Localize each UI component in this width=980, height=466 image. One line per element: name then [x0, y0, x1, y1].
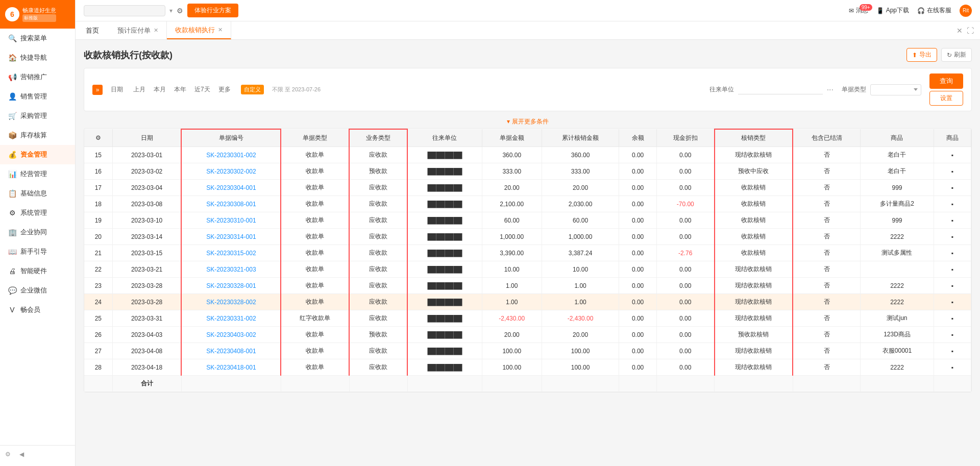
sidebar-item-sales[interactable]: 👤销售管理	[0, 87, 75, 106]
bill-no-link[interactable]: SK-20230328-002	[206, 299, 256, 306]
col-header-product: 商品	[861, 129, 934, 147]
cell-bill_no[interactable]: SK-20230331-002	[181, 310, 281, 327]
cell-bill_no[interactable]: SK-20230403-002	[181, 327, 281, 343]
online-service-button[interactable]: 🎧 在线客服	[917, 6, 951, 15]
bill-no-link[interactable]: SK-20230310-001	[206, 217, 256, 224]
sidebar-item-purchase[interactable]: 🛒采购管理	[0, 106, 75, 126]
date-custom-button[interactable]: 自定义	[241, 85, 264, 94]
app-download-button[interactable]: 📱 App下载	[876, 6, 909, 15]
refresh-button[interactable]: ↻ 刷新	[941, 48, 972, 62]
cell-bill_no[interactable]: SK-20230314-001	[181, 229, 281, 245]
cell-unit: ████████	[407, 147, 482, 163]
cell-product: 衣服00001	[861, 343, 934, 359]
bill-no-link[interactable]: SK-20230314-001	[206, 233, 256, 240]
bill-no-link[interactable]: SK-20230331-002	[206, 315, 256, 322]
sidebar-item-search-menu[interactable]: 🔍搜索菜单	[0, 29, 75, 48]
cell-balance: 0.00	[619, 261, 656, 278]
data-table-container: ⚙日期单据编号单据类型业务类型往来单位单据金额累计核销金额余额现金折扣核销类型包…	[84, 128, 972, 393]
bill-no-link[interactable]: SK-20230321-003	[206, 266, 256, 273]
query-button[interactable]: 查询	[929, 73, 963, 89]
tab-collection[interactable]: 收款核销执行✕	[167, 21, 231, 39]
table-scroll[interactable]: ⚙日期单据编号单据类型业务类型往来单位单据金额累计核销金额余额现金折扣核销类型包…	[84, 129, 971, 392]
sidebar-item-marketing[interactable]: 📢营销推广	[0, 67, 75, 87]
message-icon: ✉	[849, 7, 854, 14]
cell-bill_no[interactable]: SK-20230301-002	[181, 147, 281, 163]
bill-no-link[interactable]: SK-20230408-001	[206, 348, 256, 355]
col-header-bill_type: 单据类型	[281, 129, 349, 147]
bill-no-link[interactable]: SK-20230418-001	[206, 364, 256, 371]
app-download-label: App下载	[886, 6, 909, 15]
sidebar-item-system[interactable]: ⚙系统管理	[0, 203, 75, 223]
sidebar-label-hardware: 智能硬件	[20, 266, 47, 276]
chevron-down-icon[interactable]: ▾	[169, 7, 173, 14]
sidebar-icon-operation: 📊	[8, 170, 16, 178]
cell-product: 999	[861, 212, 934, 229]
sidebar-collapse-icon[interactable]: ◀	[19, 451, 30, 461]
bill-no-link[interactable]: SK-20230308-001	[206, 201, 256, 208]
sidebar-item-operation[interactable]: 📊经营管理	[0, 164, 75, 184]
sidebar-icon-wechat: 💬	[8, 286, 16, 295]
date-option-本年[interactable]: 本年	[172, 84, 188, 95]
cell-bill_no[interactable]: SK-20230315-002	[181, 245, 281, 261]
cell-product	[861, 261, 934, 278]
cell-bill_no[interactable]: SK-20230310-001	[181, 212, 281, 229]
sidebar-item-member[interactable]: V畅会员	[0, 300, 75, 320]
fullscreen-icon[interactable]: ⛶	[967, 27, 974, 35]
cell-cancel_type: 现结收款核销	[715, 343, 793, 359]
expand-more-row[interactable]: ▾ 展开更多条件	[84, 115, 972, 128]
bill-no-link[interactable]: SK-20230302-002	[206, 168, 256, 175]
cell-bill_no[interactable]: SK-20230408-001	[181, 343, 281, 359]
cell-balance: 0.00	[619, 180, 656, 196]
sidebar-settings-icon[interactable]: ⚙	[5, 451, 15, 461]
filter-settings-button[interactable]: 设置	[929, 91, 963, 106]
bill-no-link[interactable]: SK-20230304-001	[206, 184, 256, 191]
sidebar-item-quick-nav[interactable]: 🏠快捷导航	[0, 48, 75, 67]
date-option-更多[interactable]: 更多	[216, 84, 233, 95]
cell-bill_no[interactable]: SK-20230321-003	[181, 261, 281, 278]
sidebar-item-inventory[interactable]: 📦库存核算	[0, 126, 75, 145]
unit-dots-button[interactable]: ···	[827, 85, 834, 94]
sidebar-label-wechat: 企业微信	[20, 286, 47, 295]
bill-no-link[interactable]: SK-20230301-002	[206, 152, 256, 159]
cell-bill_type: 收款单	[281, 212, 349, 229]
cell-bill_no[interactable]: SK-20230304-001	[181, 180, 281, 196]
bill-no-link[interactable]: SK-20230403-002	[206, 331, 256, 338]
date-option-上月[interactable]: 上月	[131, 84, 148, 95]
cell-include_settled: 否	[793, 343, 861, 359]
sidebar-item-guide[interactable]: 📖新手引导	[0, 242, 75, 261]
cell-bill_no[interactable]: SK-20230308-001	[181, 196, 281, 212]
nav-input[interactable]	[84, 5, 165, 16]
close-all-icon[interactable]: ✕	[957, 27, 963, 35]
gear-icon[interactable]: ⚙	[177, 7, 183, 15]
tab-close-preorder[interactable]: ✕	[154, 27, 158, 34]
col-header-gear[interactable]: ⚙	[84, 129, 112, 147]
bill-no-link[interactable]: SK-20230328-001	[206, 282, 256, 289]
export-button[interactable]: ⬆ 导出	[906, 48, 937, 62]
date-option-近7天[interactable]: 近7天	[192, 84, 212, 95]
cell-biz_type: 应收款	[349, 261, 407, 278]
tab-close-collection[interactable]: ✕	[218, 27, 223, 33]
messages-button[interactable]: ✉ 消息 99+	[849, 6, 868, 15]
filter-toggle-button[interactable]: »	[92, 85, 103, 95]
cell-bill_no[interactable]: SK-20230328-001	[181, 278, 281, 294]
cell-bill_no[interactable]: SK-20230302-002	[181, 163, 281, 180]
tab-preorder[interactable]: 预计应付单✕	[109, 21, 167, 39]
sidebar-item-corp[interactable]: 🏢企业协同	[0, 223, 75, 242]
cell-bill_no[interactable]: SK-20230418-001	[181, 359, 281, 376]
sidebar-item-wechat[interactable]: 💬企业微信	[0, 281, 75, 300]
sidebar-label-member: 畅会员	[20, 305, 40, 314]
sidebar-icon-finance: 💰	[8, 151, 16, 159]
date-option-本月[interactable]: 本月	[152, 84, 168, 95]
unit-label: 往来单位	[709, 85, 734, 94]
avatar[interactable]: Rit	[960, 5, 972, 17]
total-cell-9	[656, 376, 714, 392]
sidebar-item-finance[interactable]: 💰资金管理	[0, 145, 75, 164]
unit-input[interactable]	[738, 85, 823, 94]
tab-home[interactable]: 首页	[76, 21, 109, 39]
cell-bill_no[interactable]: SK-20230328-002	[181, 294, 281, 310]
type-select[interactable]	[870, 84, 921, 95]
sidebar-item-hardware[interactable]: 🖨智能硬件	[0, 261, 75, 281]
bill-no-link[interactable]: SK-20230315-002	[206, 250, 256, 257]
solution-button[interactable]: 体验行业方案	[187, 4, 238, 17]
sidebar-item-basic-info[interactable]: 📋基础信息	[0, 184, 75, 203]
